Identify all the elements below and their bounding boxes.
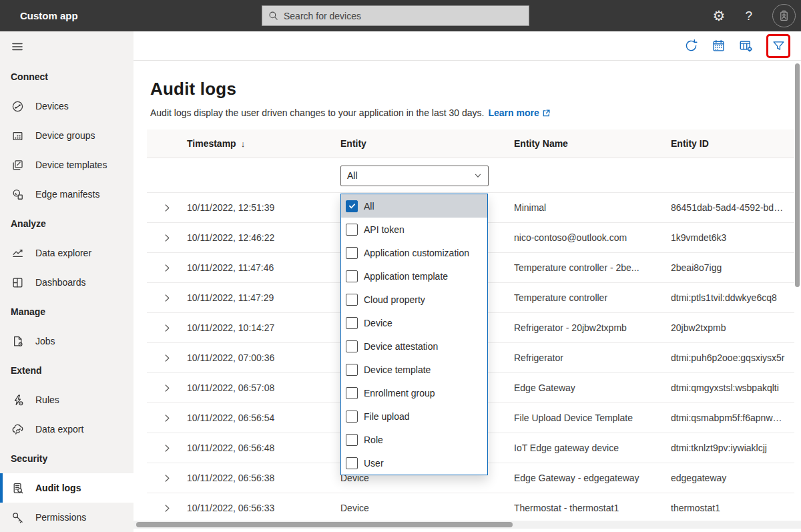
row-expand-chevron-icon[interactable]: [162, 293, 172, 303]
nav-section-header-extend: Extend: [0, 356, 134, 385]
column-header-entity-name[interactable]: Entity Name: [514, 138, 671, 149]
sidebar-item-label: Jobs: [35, 336, 55, 346]
option-checkbox[interactable]: [346, 317, 358, 329]
row-expand-chevron-icon[interactable]: [162, 353, 172, 363]
entity-filter-option-device-attestation[interactable]: Device attestation: [341, 334, 487, 358]
entity-filter-option-device-template[interactable]: Device template: [341, 358, 487, 381]
table-row[interactable]: 10/11/2022, 06:56:33DeviceThermostat - t…: [147, 493, 794, 523]
sidebar-item-audit-logs[interactable]: Audit logs: [0, 473, 134, 503]
entity-filter-combobox[interactable]: All: [340, 166, 489, 186]
devices-icon: [11, 99, 24, 113]
option-checkbox[interactable]: [346, 224, 358, 236]
entity-filter-option-cloud-property[interactable]: Cloud property: [341, 288, 487, 311]
nav-section-header-analyze: Analyze: [0, 209, 134, 238]
column-options-icon[interactable]: [738, 38, 754, 54]
column-header-label: Entity Name: [514, 138, 568, 149]
sidebar-item-permissions[interactable]: Permissions: [0, 503, 134, 532]
row-expand-chevron-icon[interactable]: [162, 323, 172, 333]
option-label: Application template: [364, 271, 448, 282]
option-label: API token: [364, 224, 405, 235]
option-checkbox[interactable]: [346, 340, 358, 352]
sidebar-item-devices[interactable]: Devices: [0, 91, 134, 121]
device-templates-icon: [11, 158, 24, 172]
option-label: Device template: [364, 364, 431, 375]
option-checkbox[interactable]: [346, 457, 358, 469]
sidebar-item-rules[interactable]: Rules: [0, 385, 134, 415]
sidebar-item-device-templates[interactable]: Device templates: [0, 150, 134, 180]
row-expand-chevron-icon[interactable]: [162, 383, 172, 393]
sidebar-item-data-export[interactable]: Data export: [0, 415, 134, 444]
search-input[interactable]: [284, 11, 523, 21]
option-checkbox[interactable]: [346, 387, 358, 399]
audit-logs-icon: [11, 481, 24, 495]
entity-filter-option-enrollment-group[interactable]: Enrollment group: [341, 381, 487, 405]
cell-entity-name: File Upload Device Template: [514, 413, 671, 423]
column-header-entity-id[interactable]: Entity ID: [671, 138, 794, 149]
page-toolbar: [134, 31, 801, 61]
option-label: User: [364, 458, 384, 469]
user-badge-icon: [777, 9, 791, 23]
row-expand-chevron-icon[interactable]: [162, 443, 172, 453]
row-expand-chevron-icon[interactable]: [162, 503, 172, 513]
cell-entity-id: dtmi:qmgyxstsl:wsbpakqlti: [671, 382, 794, 393]
entity-filter-option-api-token[interactable]: API token: [341, 218, 487, 241]
cell-entity-name: Temperature controller - 2be...: [514, 262, 671, 273]
app-title: Custom app: [20, 0, 78, 31]
audit-logs-table: Timestamp↓EntityEntity NameEntity ID All…: [147, 129, 794, 523]
calendar-icon[interactable]: [710, 38, 726, 54]
sidebar-item-device-groups[interactable]: Device groups: [0, 121, 134, 150]
sidebar-item-label: Device groups: [35, 130, 95, 141]
row-expand-chevron-icon[interactable]: [162, 203, 172, 213]
row-expand-chevron-icon[interactable]: [162, 233, 172, 243]
device-search-box[interactable]: [262, 5, 529, 26]
entity-filter-option-all[interactable]: All: [341, 194, 487, 218]
sidebar-item-label: Devices: [35, 101, 69, 111]
option-checkbox[interactable]: [346, 200, 358, 212]
vertical-scrollbar-thumb[interactable]: [795, 63, 800, 287]
option-label: Device attestation: [364, 341, 438, 352]
filter-icon[interactable]: [770, 38, 786, 54]
help-icon[interactable]: ?: [742, 9, 755, 23]
sidebar-item-jobs[interactable]: Jobs: [0, 326, 134, 356]
entity-filter-option-file-upload[interactable]: File upload: [341, 405, 487, 428]
refresh-icon[interactable]: [683, 38, 699, 54]
sidebar-item-data-explorer[interactable]: Data explorer: [0, 238, 134, 268]
settings-gear-icon[interactable]: ⚙: [713, 9, 726, 23]
cell-entity-id: 1k9vmdet6k3: [671, 232, 794, 243]
main-panel: Audit logs Audit logs display the user d…: [134, 31, 801, 532]
sidebar-item-label: Dashboards: [35, 277, 86, 288]
row-expand-chevron-icon[interactable]: [162, 473, 172, 483]
entity-filter-option-user[interactable]: User: [341, 451, 487, 475]
option-checkbox[interactable]: [346, 247, 358, 259]
sidebar-item-dashboards[interactable]: Dashboards: [0, 268, 134, 297]
nav-section-header-manage: Manage: [0, 297, 134, 326]
sort-descending-icon: ↓: [241, 139, 246, 149]
menu-hamburger-icon[interactable]: [0, 31, 37, 62]
cell-entity-name: Edge Gateway: [514, 382, 671, 393]
entity-filter-option-role[interactable]: Role: [341, 428, 487, 451]
row-expand-chevron-icon[interactable]: [162, 413, 172, 423]
cell-entity-name: nico-contoso@outlook.com: [514, 232, 671, 243]
rules-icon: [11, 393, 24, 407]
top-app-bar: Custom app ⚙ ?: [0, 0, 801, 31]
column-header-entity[interactable]: Entity: [340, 138, 514, 149]
cell-timestamp: 10/11/2022, 06:57:08: [187, 382, 340, 393]
option-checkbox[interactable]: [346, 364, 358, 376]
option-checkbox[interactable]: [346, 411, 358, 423]
cell-entity-id: 86451dab-5ad4-4592-bdac-...: [671, 202, 794, 213]
horizontal-scrollbar-track[interactable]: [134, 521, 801, 529]
entity-filter-option-application-customization[interactable]: Application customization: [341, 241, 487, 264]
entity-filter-option-application-template[interactable]: Application template: [341, 264, 487, 288]
horizontal-scrollbar-thumb[interactable]: [136, 522, 513, 527]
option-checkbox[interactable]: [346, 294, 358, 306]
entity-filter-option-device[interactable]: Device: [341, 311, 487, 334]
avatar[interactable]: [772, 4, 796, 27]
option-checkbox[interactable]: [346, 270, 358, 282]
learn-more-link[interactable]: Learn more: [488, 107, 539, 118]
option-checkbox[interactable]: [346, 434, 358, 446]
option-label: Application customization: [364, 248, 469, 258]
row-expand-chevron-icon[interactable]: [162, 263, 172, 273]
cell-entity-id: dtmi:qsmabpm5f:f6apnwwa...: [671, 413, 794, 423]
column-header-timestamp[interactable]: Timestamp↓: [187, 138, 340, 149]
sidebar-item-edge-manifests[interactable]: Edge manifests: [0, 180, 134, 209]
